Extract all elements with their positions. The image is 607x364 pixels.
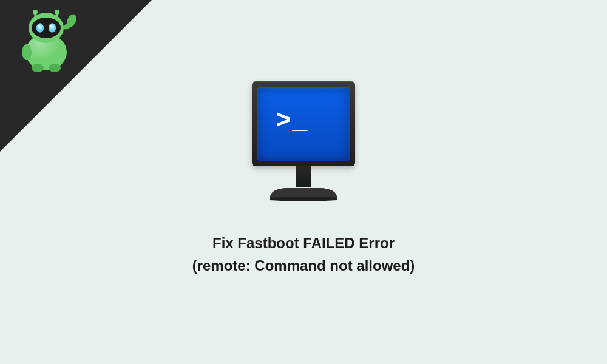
monitor-neck [296, 166, 311, 187]
terminal-monitor-illustration: >_ [246, 81, 361, 215]
monitor-screen: >_ [257, 87, 350, 161]
caption-line-2: (remote: Command not allowed) [192, 254, 415, 277]
caption-line-1: Fix Fastboot FAILED Error [192, 232, 415, 254]
monitor-base [268, 184, 339, 201]
main-content: >_ Fix Fastboot FAILED Error (remote: Co… [0, 0, 607, 364]
caption: Fix Fastboot FAILED Error (remote: Comma… [192, 232, 415, 277]
terminal-prompt-icon: >_ [276, 109, 308, 134]
monitor-bezel: >_ [252, 81, 355, 166]
